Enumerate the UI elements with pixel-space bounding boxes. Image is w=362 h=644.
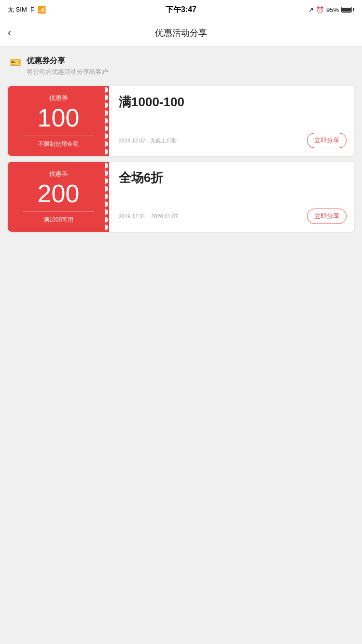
coupon-label-2: 优惠券 xyxy=(49,169,68,178)
section-subtitle: 将公司的优惠活动分享给客户 xyxy=(27,68,108,76)
battery-icon xyxy=(341,7,354,13)
page-title: 优惠活动分享 xyxy=(155,27,207,39)
coupon-condition-1: 不限制使用金额 xyxy=(38,140,79,148)
coupon-footer-2: 2019.12.31 – 2020.01.07 立即分享 xyxy=(119,209,347,224)
coupon-card-2: 优惠券 200 满1000可用 全场6折 2019.12.31 – 2020.0… xyxy=(8,162,354,232)
wifi-icon: 📶 xyxy=(38,6,46,14)
coupon-card-1: 优惠券 100 不限制使用金额 满1000-100 2019.12.07 - 无… xyxy=(8,86,354,156)
location-icon: ↗ xyxy=(308,6,314,14)
coupon-amount-2: 200 xyxy=(38,180,80,208)
status-left: 无 SIM 卡 📶 xyxy=(8,5,46,14)
coupon-left-2: 优惠券 200 满1000可用 xyxy=(8,162,109,232)
coupon-list: 优惠券 100 不限制使用金额 满1000-100 2019.12.07 - 无… xyxy=(0,82,362,239)
share-button-1[interactable]: 立即分享 xyxy=(307,133,347,148)
coupon-left-1: 优惠券 100 不限制使用金额 xyxy=(8,86,109,156)
coupon-title-1: 满1000-100 xyxy=(119,94,347,111)
coupon-divider-1 xyxy=(23,136,95,136)
coupon-condition-2: 满1000可用 xyxy=(43,216,74,224)
share-button-2[interactable]: 立即分享 xyxy=(307,209,347,224)
coupon-date-1: 2019.12.07 - 无截止日期 xyxy=(119,137,303,144)
alarm-icon: ⏰ xyxy=(316,6,324,14)
coupon-right-1: 满1000-100 2019.12.07 - 无截止日期 立即分享 xyxy=(109,86,354,156)
coupon-title-2: 全场6折 xyxy=(119,169,347,186)
coupon-right-2: 全场6折 2019.12.31 – 2020.01.07 立即分享 xyxy=(109,162,354,232)
coupon-footer-1: 2019.12.07 - 无截止日期 立即分享 xyxy=(119,133,347,148)
coupon-date-2: 2019.12.31 – 2020.01.07 xyxy=(119,213,303,219)
status-right: ↗ ⏰ 95% xyxy=(308,6,354,14)
nav-bar: ‹ 优惠活动分享 xyxy=(0,19,362,46)
coupon-amount-1: 100 xyxy=(38,104,80,132)
status-time: 下午3:47 xyxy=(166,5,196,15)
bottom-space xyxy=(0,239,362,510)
section-icon: 🎫 xyxy=(10,56,22,68)
coupon-divider-2 xyxy=(23,211,95,212)
section-header: 🎫 优惠券分享 将公司的优惠活动分享给客户 xyxy=(0,46,362,82)
section-text: 优惠券分享 将公司的优惠活动分享给客户 xyxy=(27,56,108,76)
coupon-label-1: 优惠券 xyxy=(49,94,68,102)
status-bar: 无 SIM 卡 📶 下午3:47 ↗ ⏰ 95% xyxy=(0,0,362,19)
back-button[interactable]: ‹ xyxy=(8,27,11,39)
section-title: 优惠券分享 xyxy=(27,56,108,66)
carrier-text: 无 SIM 卡 xyxy=(8,5,35,14)
battery-percent: 95% xyxy=(326,6,339,14)
